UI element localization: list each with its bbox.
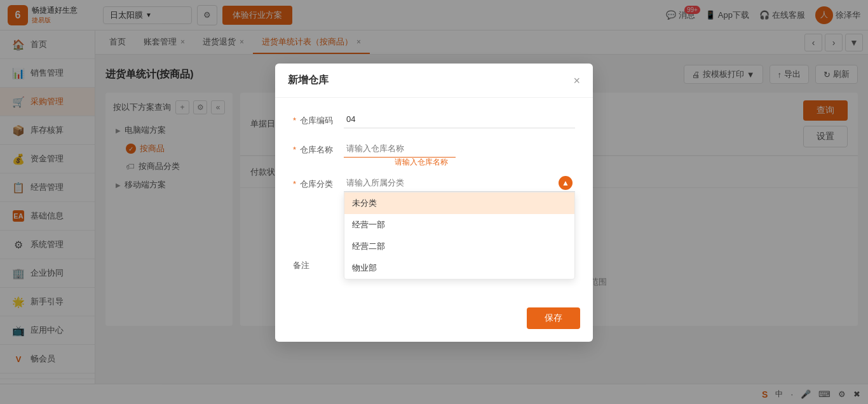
category-dropdown-arrow[interactable]: ▲ (559, 176, 573, 190)
category-input[interactable] (344, 174, 575, 192)
code-label: * 仓库编码 (293, 111, 344, 126)
name-input-wrap: 请输入仓库名称 (344, 140, 575, 158)
name-error-msg: 请输入仓库名称 (395, 157, 448, 168)
modal-header: 新增仓库 × (275, 64, 593, 98)
dropdown-option-1[interactable]: 经营一部 (344, 214, 574, 236)
modal-footer: 保存 (275, 300, 593, 342)
modal-overlay[interactable]: 新增仓库 × * 仓库编码 * 仓库名称 请输入仓库名称 (0, 0, 868, 404)
form-row-code: * 仓库编码 (293, 111, 575, 128)
category-label: * 仓库分类 (293, 174, 344, 190)
dropdown-option-3[interactable]: 物业部 (344, 257, 574, 279)
category-dropdown-list: 未分类 经营一部 经营二部 物业部 (344, 192, 575, 279)
form-row-category: * 仓库分类 ▲ 未分类 经营一部 经营二部 物业部 (293, 174, 575, 192)
category-dropdown-wrap: ▲ 未分类 经营一部 经营二部 物业部 (344, 174, 575, 192)
modal-add-warehouse: 新增仓库 × * 仓库编码 * 仓库名称 请输入仓库名称 (275, 64, 593, 342)
save-button[interactable]: 保存 (527, 307, 580, 329)
modal-body: * 仓库编码 * 仓库名称 请输入仓库名称 * (275, 98, 593, 300)
code-input[interactable] (344, 111, 575, 128)
notes-label: 备注 (293, 255, 344, 271)
modal-title: 新增仓库 (288, 74, 329, 87)
name-input[interactable] (344, 140, 456, 158)
dropdown-option-0[interactable]: 未分类 (344, 192, 574, 214)
modal-close-button[interactable]: × (573, 75, 580, 86)
name-label: * 仓库名称 (293, 140, 344, 156)
form-row-name: * 仓库名称 请输入仓库名称 (293, 140, 575, 158)
dropdown-option-2[interactable]: 经营二部 (344, 236, 574, 257)
